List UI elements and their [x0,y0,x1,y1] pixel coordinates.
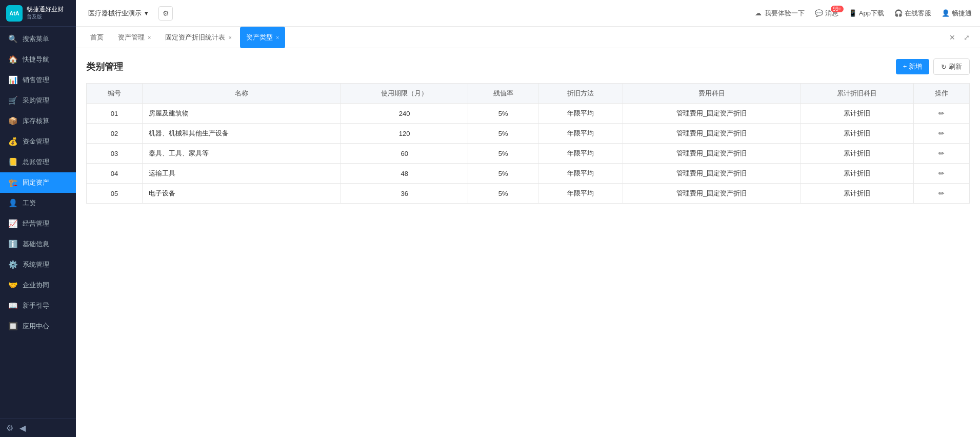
cell-method-3: 年限平均 [538,164,623,184]
cell-code-3: 04 [87,164,143,184]
system-icon: ⚙️ [8,260,17,269]
cell-period-1: 120 [341,124,468,144]
search-icon: 🔍 [8,34,17,44]
table-body: 01 房屋及建筑物 240 5% 年限平均 管理费用_固定资产折旧 累计折旧 ✏… [87,104,970,204]
table-row: 05 电子设备 36 5% 年限平均 管理费用_固定资产折旧 累计折旧 ✏ [87,184,970,204]
main-area: 医疗器械行业演示 ▾ ⚙ ☁ 我要体验一下 💬 消息 99+ 📱 App下载 🎧… [76,0,980,437]
col-header-residual: 残值率 [468,84,538,104]
tab-home[interactable]: 首页 [84,27,110,48]
tab-close-asset-management[interactable]: × [148,34,151,41]
tab-label-asset-management: 资产管理 [118,33,145,42]
cell-period-4: 36 [341,184,468,204]
sidebar-item-purchase[interactable]: 🛒 采购管理 [0,90,76,111]
sidebar-label-search: 搜索菜单 [23,34,49,44]
table-row: 03 器具、工具、家具等 60 5% 年限平均 管理费用_固定资产折旧 累计折旧… [87,144,970,164]
sidebar-item-cooperation[interactable]: 🤝 企业协同 [0,275,76,295]
maximize-button[interactable]: ⤢ [962,31,972,44]
new-button[interactable]: + 新增 [896,59,929,74]
cooperation-icon: 🤝 [8,281,17,290]
notification-button[interactable]: 💬 消息 99+ [815,9,838,18]
cell-code-0: 01 [87,104,143,124]
sidebar-label-basic-info: 基础信息 [23,240,49,249]
sidebar-item-funds[interactable]: 💰 资金管理 [0,131,76,152]
table-header-row: 编号名称使用期限（月）残值率折旧方法费用科目累计折旧科目操作 [87,84,970,104]
page-header: 类别管理 + 新增 ↻ 刷新 [86,58,970,75]
sidebar-label-fixed-assets: 固定资产 [23,178,49,187]
industry-selector[interactable]: 医疗器械行业演示 ▾ [84,7,152,20]
sidebar-label-quick-nav: 快捷导航 [23,55,49,64]
col-header-accum_subject: 累计折旧科目 [801,84,913,104]
settings-gear-button[interactable]: ⚙ [158,6,173,21]
cell-period-0: 240 [341,104,468,124]
sidebar-item-business[interactable]: 📈 经营管理 [0,213,76,234]
close-tab-button[interactable]: ✕ [947,31,957,44]
cloud-icon: ☁ [755,9,762,17]
purchase-icon: 🛒 [8,96,17,105]
cell-method-0: 年限平均 [538,104,623,124]
tab-close-fixed-asset-report[interactable]: × [228,34,231,41]
content-area: 类别管理 + 新增 ↻ 刷新 编号名称使用期限（月）残值率折旧方法费用科目累计折… [76,48,980,437]
sidebar-nav: 🔍 搜索菜单 🏠 快捷导航 📊 销售管理 🛒 采购管理 📦 库存核算 💰 资金管… [0,27,76,419]
sidebar-label-business: 经营管理 [23,219,49,228]
sidebar-item-app-center[interactable]: 🔲 应用中心 [0,316,76,336]
cell-name-3: 运输工具 [143,164,341,184]
cell-code-2: 03 [87,144,143,164]
topbar-right: 💬 消息 99+ 📱 App下载 🎧 在线客服 👤 畅捷通 [815,9,972,18]
cell-op-3: ✏ [913,164,969,184]
basic-info-icon: ℹ️ [8,240,17,249]
edit-button-2[interactable]: ✏ [938,149,945,157]
edit-button-0[interactable]: ✏ [938,109,945,117]
cell-op-0: ✏ [913,104,969,124]
sidebar-item-search[interactable]: 🔍 搜索菜单 [0,29,76,49]
sidebar-item-inventory[interactable]: 📦 库存核算 [0,111,76,131]
app-icon: 📱 [849,9,857,17]
tab-close-asset-type[interactable]: × [276,34,279,41]
sidebar-item-system[interactable]: ⚙️ 系统管理 [0,254,76,275]
cell-name-1: 机器、机械和其他生产设备 [143,124,341,144]
fixed-assets-icon: 🏗️ [8,178,17,187]
tab-fixed-asset-report[interactable]: 固定资产折旧统计表× [159,27,237,48]
headset-icon: 🎧 [894,9,903,17]
sales-icon: 📊 [8,75,17,85]
table-row: 04 运输工具 48 5% 年限平均 管理费用_固定资产折旧 累计折旧 ✏ [87,164,970,184]
tab-label-asset-type: 资产类型 [246,33,273,42]
edit-button-3[interactable]: ✏ [938,169,945,177]
table-row: 02 机器、机械和其他生产设备 120 5% 年限平均 管理费用_固定资产折旧 … [87,124,970,144]
cell-residual-4: 5% [468,184,538,204]
refresh-button[interactable]: ↻ 刷新 [933,58,970,75]
cell-expense-1: 管理费用_固定资产折旧 [623,124,801,144]
sidebar-label-funds: 资金管理 [23,137,49,146]
settings-icon[interactable]: ⚙ [6,423,13,433]
cell-name-4: 电子设备 [143,184,341,204]
tab-asset-type[interactable]: 资产类型× [240,27,285,48]
tab-asset-management[interactable]: 资产管理× [112,27,157,48]
customer-service-button[interactable]: 🎧 在线客服 [894,9,931,18]
sidebar-item-sales[interactable]: 📊 销售管理 [0,70,76,90]
sidebar-item-guide[interactable]: 📖 新手引导 [0,295,76,316]
sidebar-item-quick-nav[interactable]: 🏠 快捷导航 [0,49,76,70]
user-menu[interactable]: 👤 畅捷通 [942,9,972,18]
table-head: 编号名称使用期限（月）残值率折旧方法费用科目累计折旧科目操作 [87,84,970,104]
sidebar-item-salary[interactable]: 👤 工资 [0,193,76,213]
cell-code-4: 05 [87,184,143,204]
sidebar: AtA 畅捷通好业财 普及版 🔍 搜索菜单 🏠 快捷导航 📊 销售管理 🛒 采购… [0,0,76,437]
sidebar-item-ledger[interactable]: 📒 总账管理 [0,152,76,172]
sidebar-item-fixed-assets[interactable]: 🏗️ 固定资产 [0,172,76,193]
salary-icon: 👤 [8,198,17,208]
cell-expense-4: 管理费用_固定资产折旧 [623,184,801,204]
app-center-icon: 🔲 [8,322,17,331]
category-table: 编号名称使用期限（月）残值率折旧方法费用科目累计折旧科目操作 01 房屋及建筑物… [86,83,970,204]
cell-accum-2: 累计折旧 [801,144,913,164]
refresh-icon: ↻ [941,63,947,71]
cell-op-2: ✏ [913,144,969,164]
cell-op-4: ✏ [913,184,969,204]
cell-op-1: ✏ [913,124,969,144]
collapse-icon[interactable]: ◀ [19,423,26,433]
edit-button-4[interactable]: ✏ [938,189,945,197]
edit-button-1[interactable]: ✏ [938,129,945,137]
logo-icon: AtA [6,5,23,22]
experience-button[interactable]: ☁ 我要体验一下 [751,7,809,20]
app-download-button[interactable]: 📱 App下载 [849,9,884,18]
sidebar-item-basic-info[interactable]: ℹ️ 基础信息 [0,234,76,254]
sidebar-label-purchase: 采购管理 [23,96,49,105]
